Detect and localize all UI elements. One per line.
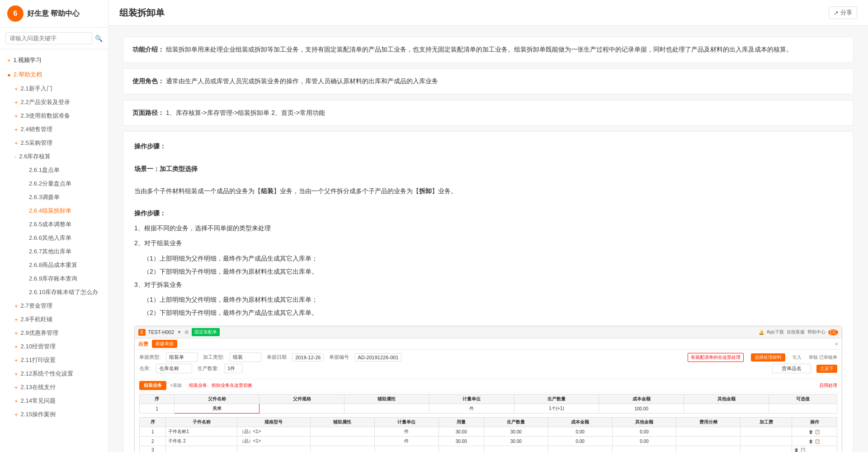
screenshot-qty-field: 1件	[224, 364, 242, 373]
screenshot-id: TEST-H002	[148, 329, 174, 335]
sidebar-item-2-8[interactable]: + 2.8手机旺铺	[11, 313, 108, 326]
screenshot-upper-table-area: 序 父件名称 父件规格 辅助属性 计量单位 生产数量 成本金额 其他金额 可选值	[135, 392, 842, 415]
sidebar-item-2-6-3[interactable]: 2.6.3调拨单	[25, 190, 108, 204]
sidebar-item-2-13[interactable]: + 2.13在线支付	[11, 381, 108, 394]
screenshot-date-field: 2019-12-26	[292, 353, 324, 362]
assembly-step-1: （1）上部明细为父件明细，最终作为产成品生成其它入库单；	[143, 253, 842, 264]
screenshot-form: 单据类型: 组装单 加工类型: 组装 单据日期 2019-12-26 单据编号 …	[135, 350, 842, 379]
main: 组装拆卸单 ↗ 分享 功能介绍： 组装拆卸单用来处理企业组装或拆卸等加工业务，支…	[108, 0, 868, 452]
share-icon: ↗	[834, 10, 839, 16]
step3: 3、对于拆装业务	[134, 279, 842, 290]
sidebar-item-2-6-8[interactable]: 2.6.8商品成本重算	[25, 258, 108, 272]
assembly-steps: （1）上部明细为父件明细，最终作为产成品生成其它入库单； （2）下部明细为子件明…	[143, 253, 842, 277]
main-content: 功能介绍： 组装拆卸单用来处理企业组装或拆卸等加工业务，支持有固定装配清单的产品…	[108, 26, 868, 452]
share-button[interactable]: ↗ 分享	[829, 6, 857, 19]
sidebar-item-2-6-4[interactable]: 2.6.4组装拆卸单	[25, 204, 108, 218]
screenshot-upper-table: 序 父件名称 父件规格 辅助属性 计量单位 生产数量 成本金额 其他金额 可选值	[139, 394, 837, 414]
screenshot-lower-table: 序 子件名称 规格型号 辅助属性 计量单位 用量 生产数量 成本金额 其他金额 …	[139, 417, 837, 452]
screenshot-tab-hint: +添加	[170, 382, 182, 389]
sidebar-item-2-6[interactable]: - 2.6库存核算	[11, 150, 108, 163]
role-text: 通常由生产人员或库管人员完成拆装业务的操作，库管人员确认原材料的出库和产成品的入…	[166, 77, 438, 85]
screenshot-lower-table-area: 序 子件名称 规格型号 辅助属性 计量单位 用量 生产数量 成本金额 其他金额 …	[135, 415, 842, 452]
sidebar-item-2-4[interactable]: + 2.4销售管理	[11, 123, 108, 136]
screenshot-logo: 6	[138, 329, 146, 336]
screenshot-new-btn: 新建单据	[152, 340, 177, 348]
sidebar-item-2-6-2[interactable]: 2.6.2分量盘点单	[25, 177, 108, 190]
logo-icon: 6	[7, 5, 24, 22]
scenario1-desc: 当由多个子件材料组装成一个成品的业务为【组装】业务，当由一个父件拆分成多个子产品…	[134, 186, 842, 197]
screenshot-confirm-btn: 立采下	[816, 365, 837, 373]
scenario1-title: 场景一：加工类型选择	[134, 165, 198, 172]
sidebar-item-2-10[interactable]: + 2.10经营管理	[11, 340, 108, 353]
function-intro-block: 功能介绍： 组装拆卸单用来处理企业组装或拆卸等加工业务，支持有固定装配清单的产品…	[123, 37, 854, 63]
screenshot-annotation4: 启用处理	[819, 382, 837, 389]
sidebar-item-2-6-5[interactable]: 2.6.5成本调整单	[25, 218, 108, 231]
role-block: 使用角色： 通常由生产人员或库管人员完成拆装业务的操作，库管人员确认原材料的出库…	[123, 68, 854, 95]
disassembly-step-1: （1）上部明细为父件明细，最终作为原材料生成其它出库单；	[143, 294, 842, 305]
path-text: 1、库存核算->库存管理->组装拆卸单 2、首页->常用功能	[166, 109, 325, 116]
scenario1-steps-title: 操作步骤：	[134, 209, 166, 217]
step2: 2、对于组装业务	[134, 238, 842, 249]
role-label: 使用角色：	[132, 77, 164, 85]
screenshot-warehouse-field: 仓库名称	[156, 364, 192, 373]
sidebar-item-2-12[interactable]: + 2.12系统个性化设置	[11, 367, 108, 381]
assembly-step-2: （2）下部明细为子件明细，最终作为原材料生成其它出库单。	[143, 266, 842, 277]
step1: 1、根据不同的业务，选择不同单据的类型来处理	[134, 223, 842, 234]
sidebar-item-2-14[interactable]: + 2.14常见问题	[11, 394, 108, 408]
disassembly-steps: （1）上部明细为父件明细，最终作为原材料生成其它出库单； （2）下部明细为子件明…	[143, 294, 842, 319]
sidebar-item-2-11[interactable]: + 2.11打印设置	[11, 353, 108, 367]
search-box: 🔍	[0, 28, 108, 49]
screenshot-annotation1: 有装配清单的在这里处理	[688, 353, 744, 362]
screenshot-container: 6 TEST-H002 ▼ ⚙ 固定装配单 🔔 App下载 在线客服 帮助中心 …	[134, 326, 842, 452]
disassembly-step-2: （2）下部明细为子件明细，最终作为产成品生成其它入库单。	[143, 307, 842, 319]
nav-tree: + 1.视频学习 ● 2.帮助文档 + 2.1新手入门 + 2.2产品安装及登录…	[0, 49, 108, 452]
screenshot-topbar: 6 TEST-H002 ▼ ⚙ 固定装配单 🔔 App下载 在线客服 帮助中心 …	[135, 326, 842, 338]
sidebar-item-video[interactable]: + 1.视频学习	[0, 53, 108, 67]
sidebar-item-2-6-9[interactable]: 2.6.9库存账本查询	[25, 272, 108, 285]
search-input[interactable]	[5, 32, 92, 44]
screenshot-titlebar: 自费 新建单据 ✕	[135, 338, 842, 350]
search-button[interactable]: 🔍	[95, 35, 103, 42]
page-title: 组装拆卸单	[119, 7, 165, 19]
logo-text: 好生意 帮助中心	[27, 9, 80, 19]
screenshot-parent-item: 关米	[175, 404, 259, 414]
sidebar-item-2-6-6[interactable]: 2.6.6其他入库单	[25, 231, 108, 245]
sidebar-item-2-3[interactable]: + 2.3使用前数据准备	[11, 109, 108, 123]
path-block: 页面路径： 1、库存核算->库存管理->组装拆卸单 2、首页->常用功能	[123, 100, 854, 126]
screenshot-annotation3: 组装业务、拆卸业务在这里切换	[189, 382, 252, 389]
screenshot-type-field: 组装单	[166, 352, 198, 362]
sidebar-item-2-6-1[interactable]: 2.6.1盘点单	[25, 163, 108, 177]
function-label: 功能介绍：	[132, 46, 164, 53]
path-label: 页面路径：	[132, 109, 164, 116]
sidebar-item-2-7[interactable]: + 2.7资金管理	[11, 299, 108, 313]
sidebar-item-2-15[interactable]: + 2.15操作案例	[11, 408, 108, 421]
screenshot-assemble-tab: 组装业务	[139, 381, 166, 390]
sidebar-header: 6 好生意 帮助中心	[0, 0, 108, 28]
sidebar-item-2-9[interactable]: + 2.9优惠券管理	[11, 326, 108, 340]
screenshot-tabs: 组装业务 +添加 组装业务、拆卸业务在这里切换 启用处理	[135, 379, 842, 392]
function-text: 组装拆卸单用来处理企业组装或拆卸等加工业务，支持有固定装配清单的产品加工业务，也…	[166, 46, 793, 53]
screenshot-choose-btn: 选择处理材料	[751, 353, 785, 362]
sidebar: 6 好生意 帮助中心 🔍 + 1.视频学习 ● 2.帮助文档 + 2.1新手入门…	[0, 0, 108, 452]
screenshot-process-field: 组装	[230, 352, 261, 362]
sidebar-item-2-1[interactable]: + 2.1新手入门	[11, 82, 108, 95]
screenshot-status-tag: 固定装配单	[192, 328, 220, 336]
main-header: 组装拆卸单 ↗ 分享	[108, 0, 868, 26]
sidebar-item-docs[interactable]: ● 2.帮助文档	[0, 67, 108, 82]
sidebar-item-2-6-7[interactable]: 2.6.7其他出库单	[25, 245, 108, 258]
sidebar-item-2-6-10[interactable]: 2.6.10库存账本错了怎么办	[25, 285, 108, 299]
screenshot-order-field: AD-20191226-001	[354, 353, 401, 362]
screenshot-search-field: 货单品名	[772, 364, 811, 373]
sidebar-item-2-5[interactable]: + 2.5采购管理	[11, 136, 108, 150]
content-area: 操作步骤： 场景一：加工类型选择 当由多个子件材料组装成一个成品的业务为【组装】…	[123, 131, 854, 452]
sidebar-item-2-2[interactable]: + 2.2产品安装及登录	[11, 95, 108, 109]
steps-title: 操作步骤：	[134, 143, 166, 150]
